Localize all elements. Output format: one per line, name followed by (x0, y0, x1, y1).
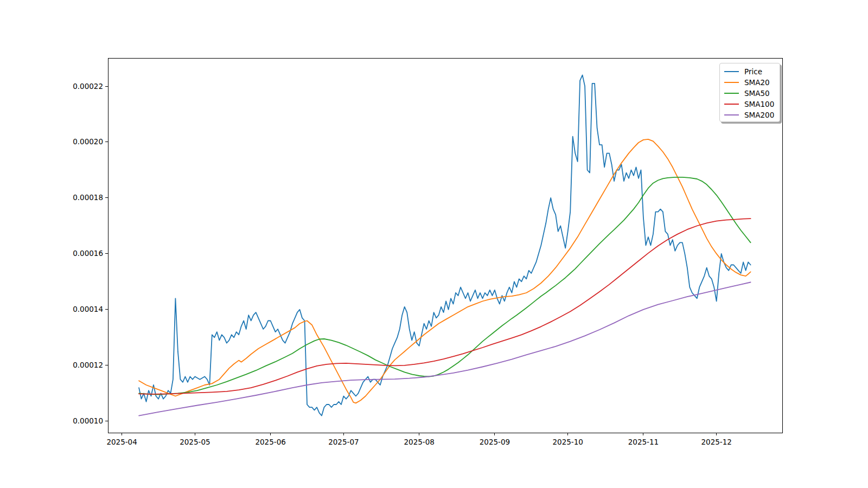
legend-label-sma200: SMA200 (744, 111, 774, 119)
y-tick-label: 0.00010 (73, 416, 103, 425)
x-tick-label: 2025-04 (106, 438, 137, 446)
legend-label-sma50: SMA50 (744, 89, 770, 98)
legend-item-price: Price (724, 66, 780, 77)
legend-label-price: Price (744, 67, 762, 76)
legend: Price SMA20 SMA50 SMA100 SMA200 (719, 63, 780, 122)
y-tick-label: 0.00018 (73, 193, 103, 202)
sma200-line-swatch (724, 114, 739, 115)
x-tick-label: 2025-12 (701, 438, 732, 446)
x-tick-label: 2025-07 (328, 438, 359, 446)
y-tick-label: 0.00020 (73, 137, 103, 146)
sma20-line-swatch (724, 82, 739, 83)
price-line-swatch (724, 71, 739, 72)
legend-label-sma100: SMA100 (744, 100, 774, 108)
x-tick-label: 2025-09 (480, 438, 510, 446)
x-tick-label: 2025-08 (404, 438, 434, 446)
x-tick-label: 2025-05 (180, 438, 210, 446)
legend-label-sma20: SMA20 (744, 78, 770, 87)
x-tick-label: 2025-06 (255, 438, 285, 446)
y-tick-label: 0.00022 (73, 82, 103, 91)
y-tick-label: 0.00012 (73, 361, 103, 369)
legend-item-sma20: SMA20 (724, 77, 780, 88)
plot-area (108, 58, 782, 433)
x-tick-label: 2025-10 (552, 438, 583, 446)
x-tick-label: 2025-11 (628, 438, 659, 446)
y-tick-label: 0.00014 (73, 305, 103, 313)
legend-item-sma50: SMA50 (724, 88, 780, 99)
y-tick-label: 0.00016 (73, 249, 103, 258)
legend-item-sma200: SMA200 (724, 110, 780, 120)
sma50-line-swatch (724, 93, 739, 94)
chart-figure: 2025-042025-052025-062025-072025-082025-… (0, 0, 868, 488)
legend-item-sma100: SMA100 (724, 99, 780, 110)
sma100-line-swatch (724, 104, 739, 105)
